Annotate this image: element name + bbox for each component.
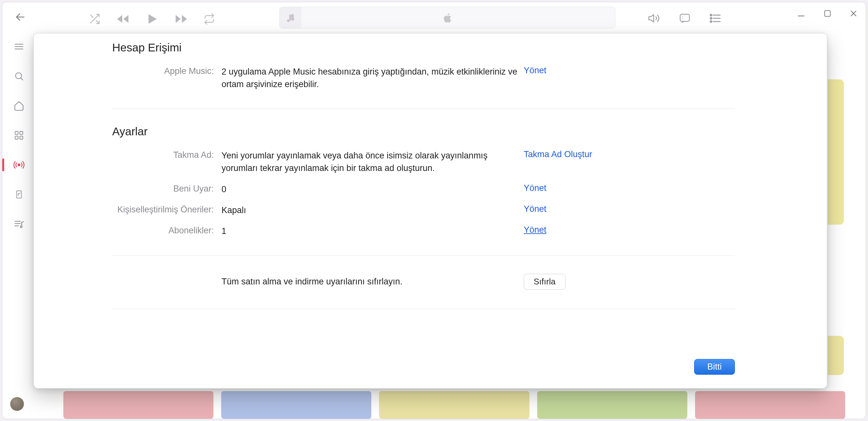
svg-rect-2 [680, 14, 689, 21]
apple-logo-icon [442, 12, 453, 23]
svg-rect-21 [20, 136, 23, 139]
list-icon [709, 12, 722, 25]
value-personalized: Kapalı [221, 204, 524, 217]
background-tiles-row [63, 391, 845, 419]
lyrics-icon [679, 12, 691, 25]
svg-point-8 [710, 21, 712, 23]
toolbar-right [648, 12, 722, 25]
previous-icon [116, 12, 129, 26]
volume-icon [648, 12, 661, 25]
background-tile [221, 391, 371, 419]
previous-button[interactable] [116, 12, 129, 26]
row-subscriptions: Abonelikler: 1 Yönet [112, 223, 735, 239]
manage-apple-music-link[interactable]: Yönet [524, 66, 547, 75]
create-nickname-link[interactable]: Takma Ad Oluştur [524, 150, 592, 159]
search-icon [14, 71, 24, 81]
background-tile [379, 391, 529, 419]
sidebar-toggle[interactable] [12, 39, 26, 54]
svg-line-17 [21, 78, 23, 80]
account-settings-modal: Hesap Erişimi Apple Music: 2 uygulama Ap… [33, 33, 827, 389]
row-personalized: Kişiselleştirilmiş Öneriler: Kapalı Yöne… [112, 202, 735, 219]
row-apple-music: Apple Music: 2 uygulama Apple Music hesa… [112, 64, 735, 93]
label-subscriptions: Abonelikler: [112, 225, 221, 235]
arrow-left-icon [14, 10, 27, 24]
search-button[interactable] [12, 69, 26, 83]
close-button[interactable] [849, 9, 858, 18]
divider [112, 256, 735, 256]
reset-button[interactable]: Sıfırla [524, 274, 565, 290]
background-tile [63, 391, 214, 419]
value-subscriptions: 1 [221, 225, 524, 237]
play-button[interactable] [145, 12, 159, 26]
now-playing-bar [279, 7, 615, 29]
row-warn-me: Beni Uyar: 0 Yönet [112, 181, 735, 198]
close-icon [849, 9, 858, 18]
queue-button[interactable] [709, 12, 722, 25]
svg-rect-10 [825, 10, 830, 16]
background-tile [828, 79, 844, 225]
svg-point-22 [18, 164, 20, 166]
menu-icon [13, 41, 25, 53]
radio-icon [13, 159, 25, 171]
svg-point-7 [710, 18, 712, 19]
shuffle-icon [88, 13, 101, 25]
row-nickname: Takma Ad: Yeni yorumlar yayınlamak veya … [112, 148, 735, 176]
label-personalized: Kişiselleştirilmiş Öneriler: [112, 204, 221, 215]
svg-point-27 [20, 226, 22, 228]
now-playing-artwork [280, 7, 302, 29]
sidebar [2, 33, 36, 419]
section-title-settings: Ayarlar [112, 125, 735, 138]
home-button[interactable] [12, 99, 26, 113]
maximize-icon [823, 9, 832, 18]
done-button[interactable]: Bitti [694, 359, 735, 375]
background-tile [537, 391, 687, 419]
svg-point-1 [291, 18, 294, 21]
grid-icon [14, 130, 24, 140]
playlists-button[interactable] [12, 217, 26, 231]
manage-warn-link[interactable]: Yönet [524, 183, 547, 193]
manage-personalized-link[interactable]: Yönet [524, 204, 547, 214]
radio-button[interactable] [12, 158, 26, 172]
title-bar [2, 2, 866, 33]
section-title-account-access: Hesap Erişimi [112, 41, 735, 54]
svg-rect-18 [15, 131, 18, 134]
next-button[interactable] [175, 12, 188, 26]
library-button[interactable] [12, 187, 26, 201]
app-window: Hesap Erişimi Apple Music: 2 uygulama Ap… [2, 2, 866, 419]
repeat-icon [204, 13, 215, 25]
manage-subscriptions-link[interactable]: Yönet [524, 225, 547, 235]
user-avatar[interactable] [10, 397, 24, 411]
label-reset-empty [112, 281, 221, 282]
svg-rect-20 [15, 136, 18, 139]
row-reset: Tüm satın alma ve indirme uyarılarını sı… [112, 272, 735, 291]
minimize-button[interactable] [796, 9, 806, 18]
playlist-icon [13, 219, 25, 229]
svg-point-0 [287, 19, 290, 22]
shuffle-button[interactable] [88, 13, 101, 25]
lyrics-button[interactable] [679, 12, 691, 25]
maximize-button[interactable] [823, 9, 832, 18]
volume-button[interactable] [648, 12, 661, 25]
value-warn-me: 0 [221, 183, 524, 196]
label-nickname: Takma Ad: [112, 150, 221, 160]
svg-rect-19 [20, 131, 23, 134]
value-nickname: Yeni yorumlar yayınlamak veya daha önce … [221, 150, 524, 174]
back-button[interactable] [14, 10, 27, 24]
next-icon [175, 12, 188, 26]
divider [112, 309, 735, 309]
svg-point-6 [710, 14, 712, 16]
repeat-button[interactable] [204, 13, 215, 25]
value-apple-music: 2 uygulama Apple Music hesabınıza giriş … [221, 66, 524, 91]
label-apple-music: Apple Music: [112, 66, 221, 76]
playback-controls [88, 12, 215, 26]
library-icon [14, 189, 24, 200]
window-controls [796, 9, 858, 18]
reset-text: Tüm satın alma ve indirme uyarılarını sı… [221, 276, 524, 288]
home-icon [13, 100, 25, 111]
background-tile [695, 391, 845, 419]
play-icon [145, 12, 159, 26]
svg-rect-23 [17, 191, 22, 198]
label-warn-me: Beni Uyar: [112, 183, 221, 194]
browse-button[interactable] [12, 128, 26, 142]
background-tile [828, 336, 844, 375]
